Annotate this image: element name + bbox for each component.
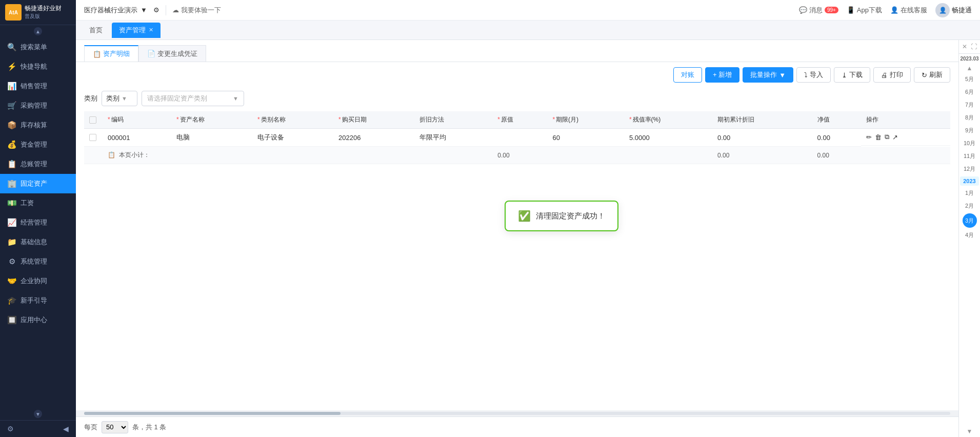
row-more-icon[interactable]: ↗ [892,133,898,141]
per-page-select[interactable]: 50 10 20 100 [102,421,128,433]
user-profile[interactable]: 👤 畅捷通 [935,3,972,17]
asset-table: *编码 *资产名称 *类别名称 *购买日期 折旧方法 *原值 *期限(月) *残… [84,111,950,164]
subtab-change-voucher[interactable]: 📄 变更生成凭证 [138,45,206,62]
sidebar: AtA 畅捷通好业财 普及版 ▲ 🔍 搜索菜单 ⚡ 快捷导航 📊 销售管理 🛒 … [0,0,76,437]
col-initial-accumulated: 期初累计折旧 [712,111,812,129]
import-button[interactable]: ⤵ 导入 [796,67,831,83]
sidebar-item-label: 总账管理 [21,160,47,169]
select-all-checkbox[interactable] [89,116,96,124]
right-panel-month-2[interactable]: 2月 [959,200,980,212]
col-check [84,111,103,129]
right-panel-month-1[interactable]: 1月 [959,187,980,200]
sidebar-item-salary[interactable]: 💵 工资 [0,193,76,213]
col-original-value: *原值 [492,111,547,129]
add-label: + 新增 [713,70,732,80]
settings-icon[interactable]: ⚙ [7,425,14,433]
company-selector[interactable]: 医疗器械行业演示 ▼ [84,6,147,15]
row-checkbox[interactable] [89,134,96,141]
sidebar-bottom: ⚙ ◀ [0,420,76,437]
sidebar-item-enterprise[interactable]: 🤝 企业协同 [0,271,76,291]
app-download-label: App下载 [857,6,882,15]
scroll-thumb[interactable] [84,412,341,415]
settings-gear-icon[interactable]: ⚙ [153,6,159,14]
company-dropdown-icon: ▼ [141,6,147,14]
right-panel-month-7[interactable]: 7月 [959,98,980,111]
print-icon: 🖨 [881,71,888,79]
batch-button[interactable]: 批量操作 ▼ [743,67,793,83]
col-period: *期限(月) [547,111,624,129]
sidebar-item-search[interactable]: 🔍 搜索菜单 [0,37,76,57]
row-edit-icon[interactable]: ✏ [866,133,872,141]
username: 畅捷通 [952,6,972,15]
right-panel-month-5[interactable]: 5月 [959,73,980,86]
customer-service-btn[interactable]: 👤 在线客服 [890,6,927,15]
right-panel-expand-icon[interactable]: ⛶ [971,43,977,50]
sidebar-item-operations[interactable]: 📈 经营管理 [0,213,76,232]
app-logo-icon: AtA [5,4,22,21]
sidebar-item-inventory[interactable]: 📦 库存核算 [0,115,76,135]
main-area: 医疗器械行业演示 ▼ ⚙ ☁ 我要体验一下 💬 消息 99+ 📱 App下载 👤… [76,0,980,437]
tab-asset-mgmt[interactable]: 资产管理 ✕ [112,23,161,38]
salary-icon: 💵 [7,198,16,208]
message-btn[interactable]: 💬 消息 99+ [799,6,838,15]
tab-close-icon[interactable]: ✕ [149,27,153,33]
search-icon: 🔍 [7,43,16,52]
row-delete-icon[interactable]: 🗑 [875,133,882,141]
app-download-icon: 📱 [847,6,855,14]
download-button[interactable]: ⤓ 下载 [834,67,870,83]
category-search-input[interactable]: 请选择固定资产类别 ▼ [142,91,244,106]
right-panel-month-11[interactable]: 11月 [959,150,980,163]
import-label: 导入 [810,70,823,80]
sidebar-item-guide[interactable]: 🎓 新手引导 [0,291,76,310]
system-icon: ⚙ [7,257,16,266]
user-avatar: 👤 [935,3,950,17]
sidebar-item-basicinfo[interactable]: 📁 基础信息 [0,232,76,252]
sidebar-item-ledger[interactable]: 📋 总账管理 [0,154,76,174]
sidebar-nav: 🔍 搜索菜单 ⚡ 快捷导航 📊 销售管理 🛒 采购管理 📦 库存核算 💰 资金管… [0,37,76,408]
sidebar-item-funds[interactable]: 💰 资金管理 [0,135,76,154]
row-period: 60 [547,129,624,147]
app-download-btn[interactable]: 📱 App下载 [847,6,882,15]
message-badge: 99+ [825,7,838,13]
app-name: 畅捷通好业财 [25,5,62,13]
right-panel-up-arrow[interactable]: ▲ [966,64,974,73]
purchase-icon: 🛒 [7,101,16,110]
category-type-select[interactable]: 类别 ▼ [102,91,137,106]
enterprise-icon: 🤝 [7,276,16,286]
collapse-icon[interactable]: ◀ [63,425,69,433]
bottom-scrollbar[interactable] [76,410,958,416]
service-icon: 👤 [890,6,898,14]
subtab-asset-detail[interactable]: 📋 资产明细 [84,45,138,62]
sidebar-logo: AtA 畅捷通好业财 普及版 [0,0,76,25]
add-button[interactable]: + 新增 [705,67,739,83]
right-panel-month-10[interactable]: 10月 [959,137,980,150]
feedback-btn[interactable]: ☁ 我要体验一下 [172,6,221,15]
print-button[interactable]: 🖨 打印 [873,67,911,83]
row-original-value [492,129,547,147]
sidebar-item-quicknav[interactable]: ⚡ 快捷导航 [0,57,76,76]
sidebar-item-sales[interactable]: 📊 销售管理 [0,76,76,96]
right-panel-year-label[interactable]: 2023 [960,176,979,186]
sidebar-item-appcenter[interactable]: 🔲 应用中心 [0,310,76,330]
right-panel-month-12[interactable]: 12月 [959,163,980,175]
row-copy-icon[interactable]: ⧉ [885,133,889,141]
sidebar-item-purchase[interactable]: 🛒 采购管理 [0,96,76,115]
sidebar-scroll-down[interactable]: ▼ [34,410,42,418]
row-category: 电子设备 [252,129,333,147]
right-panel-down-arrow[interactable]: ▼ [967,426,973,437]
sidebar-scroll-up[interactable]: ▲ [34,27,42,35]
row-check[interactable] [84,129,103,147]
reconcile-button[interactable]: 对账 [673,67,702,83]
right-panel-month-9[interactable]: 9月 [959,124,980,137]
quicknav-icon: ⚡ [7,62,16,71]
right-panel-month-6[interactable]: 6月 [959,86,980,98]
right-panel-month-3-current[interactable]: 3月 [963,213,977,228]
sidebar-item-fixedassets[interactable]: 🏢 固定资产 [0,174,76,193]
refresh-button[interactable]: ↻ 刷新 [914,67,950,83]
sidebar-item-label: 搜索菜单 [21,43,47,52]
right-panel-month-4[interactable]: 4月 [959,229,980,242]
right-panel-month-8[interactable]: 8月 [959,111,980,124]
right-panel-close-icon[interactable]: ✕ [962,43,967,50]
sidebar-item-system[interactable]: ⚙ 系统管理 [0,252,76,271]
tab-home[interactable]: 首页 [82,23,110,38]
